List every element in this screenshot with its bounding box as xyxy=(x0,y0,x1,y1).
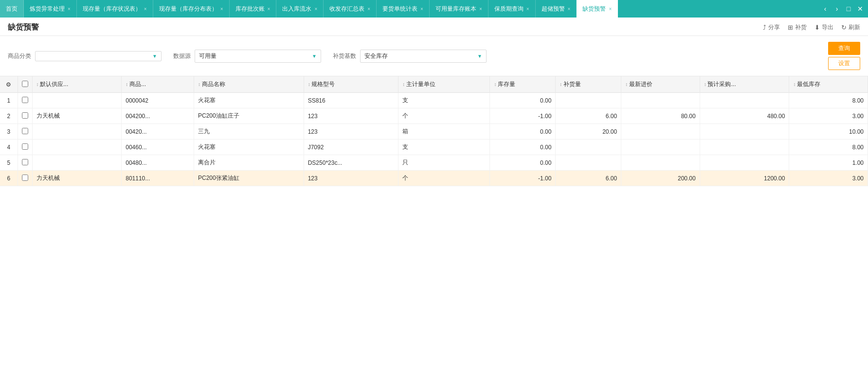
tab-scroll-right[interactable]: › xyxy=(831,3,843,15)
table-row: 3 00420... 三九 123 箱 0.00 20.00 10.00 xyxy=(0,124,868,140)
tab-close-all[interactable]: ✕ xyxy=(854,3,866,15)
row-checkbox[interactable] xyxy=(22,97,28,103)
td-replenish-qty xyxy=(556,93,621,108)
td-product-code: 801110... xyxy=(122,171,194,186)
tab-home[interactable]: 首页 xyxy=(0,0,24,18)
th-unit[interactable]: 主计量单位 xyxy=(398,76,490,93)
close-tab-inout-flow[interactable]: × xyxy=(314,6,317,12)
replenish-base-filter: 补货基数 安全库存 ▼ xyxy=(333,50,487,63)
query-button[interactable]: 查询 xyxy=(828,42,860,55)
tab-nav-controls: ‹ › □ ✕ xyxy=(817,3,868,15)
tab-stock-dist[interactable]: 现存量（库存分布表） × xyxy=(153,0,230,18)
td-product-code: 00480... xyxy=(122,155,194,171)
td-min-stock: 10.00 xyxy=(789,124,868,140)
close-tab-collect-sum[interactable]: × xyxy=(367,6,370,12)
tab-shortage[interactable]: 缺货预警 × xyxy=(577,0,618,18)
td-checkbox[interactable] xyxy=(18,155,32,171)
data-source-value: 可用量 xyxy=(199,52,217,60)
tab-abnormal[interactable]: 炼货异常处理 × xyxy=(24,0,77,18)
tab-collect-sum[interactable]: 收发存汇总表 × xyxy=(324,0,377,18)
close-tab-expiry-query[interactable]: × xyxy=(526,6,529,12)
td-stock-qty: 0.00 xyxy=(490,155,556,171)
td-row-no: 3 xyxy=(0,124,18,140)
replenish-base-select[interactable]: 安全库存 ▼ xyxy=(360,50,487,63)
close-tab-stock-dist[interactable]: × xyxy=(220,6,223,12)
row-checkbox[interactable] xyxy=(22,175,28,181)
replenish-button[interactable]: ⊞ 补货 xyxy=(788,23,807,32)
tab-overstock[interactable]: 超储预警 × xyxy=(536,0,577,18)
td-default-supplier xyxy=(32,140,122,155)
page-header: 缺货预警 ⤴ 分享 ⊞ 补货 ⬇ 导出 ↻ 刷新 xyxy=(0,18,868,36)
th-latest-price[interactable]: 最新进价 xyxy=(621,76,700,93)
tab-batch-account[interactable]: 库存批次账 × xyxy=(230,0,277,18)
th-min-stock[interactable]: 最低库存 xyxy=(789,76,868,93)
th-default-supplier[interactable]: 默认供应... xyxy=(32,76,122,93)
td-default-supplier xyxy=(32,124,122,140)
td-product-name: 三九 xyxy=(194,124,304,140)
setting-button[interactable]: 设置 xyxy=(828,57,860,70)
tab-avail-ledger[interactable]: 可用量库存账本 × xyxy=(430,0,488,18)
close-tab-avail-ledger[interactable]: × xyxy=(479,6,482,12)
close-tab-shortage[interactable]: × xyxy=(609,6,612,12)
data-source-select[interactable]: 可用量 ▼ xyxy=(195,50,321,63)
row-checkbox[interactable] xyxy=(22,128,28,134)
th-spec[interactable]: 规格型号 xyxy=(304,76,398,93)
row-checkbox[interactable] xyxy=(22,159,28,165)
data-table: ⚙ 默认供应... 商品... 商品名称 规格型号 xyxy=(0,76,868,186)
tab-stock-status[interactable]: 现存量（库存状况表） × xyxy=(77,0,153,18)
td-default-supplier xyxy=(32,93,122,108)
td-checkbox[interactable] xyxy=(18,108,32,124)
td-row-no: 4 xyxy=(0,140,18,155)
export-icon: ⬇ xyxy=(814,24,820,31)
td-checkbox[interactable] xyxy=(18,124,32,140)
th-product-code[interactable]: 商品... xyxy=(122,76,194,93)
th-product-name[interactable]: 商品名称 xyxy=(194,76,304,93)
td-checkbox[interactable] xyxy=(18,140,32,155)
close-tab-overstock[interactable]: × xyxy=(568,6,571,12)
row-checkbox[interactable] xyxy=(22,112,28,119)
td-est-purchase: 1200.00 xyxy=(700,171,789,186)
tab-maximize[interactable]: □ xyxy=(843,3,854,15)
close-tab-batch-account[interactable]: × xyxy=(268,6,271,12)
th-checkbox[interactable] xyxy=(18,76,32,93)
td-unit: 箱 xyxy=(398,124,490,140)
td-unit: 只 xyxy=(398,155,490,171)
share-button[interactable]: ⤴ 分享 xyxy=(763,23,780,32)
th-est-purchase[interactable]: 预计采购... xyxy=(700,76,789,93)
product-category-select[interactable]: ▼ xyxy=(35,51,162,61)
close-tab-order-stats[interactable]: × xyxy=(420,6,423,12)
product-category-filter: 商品分类 ▼ xyxy=(8,51,162,61)
td-row-no: 6 xyxy=(0,171,18,186)
td-row-no: 2 xyxy=(0,108,18,124)
td-checkbox[interactable] xyxy=(18,93,32,108)
share-icon: ⤴ xyxy=(763,24,766,31)
th-stock-qty[interactable]: 库存量 xyxy=(490,76,556,93)
close-tab-abnormal[interactable]: × xyxy=(68,6,71,12)
data-source-filter: 数据源 可用量 ▼ xyxy=(173,50,321,63)
table-body: 1 0000042 火花塞 SS816 支 0.00 8.00 2 力天机械 0… xyxy=(0,93,868,186)
replenish-icon: ⊞ xyxy=(788,24,793,31)
refresh-button[interactable]: ↻ 刷新 xyxy=(841,23,860,32)
td-replenish-qty: 6.00 xyxy=(556,108,621,124)
td-product-code: 00460... xyxy=(122,140,194,155)
td-est-purchase xyxy=(700,140,789,155)
table-row: 6 力天机械 801110... PC200张紧油缸 123 个 -1.00 6… xyxy=(0,171,868,186)
tab-inout-flow[interactable]: 出入库流水 × xyxy=(276,0,324,18)
td-replenish-qty: 6.00 xyxy=(556,171,621,186)
row-checkbox[interactable] xyxy=(22,143,28,150)
td-default-supplier: 力天机械 xyxy=(32,108,122,124)
td-latest-price xyxy=(621,155,700,171)
table-container: ⚙ 默认供应... 商品... 商品名称 规格型号 xyxy=(0,76,868,186)
product-category-arrow: ▼ xyxy=(152,53,157,59)
th-setting[interactable]: ⚙ xyxy=(0,76,18,93)
td-est-purchase xyxy=(700,155,789,171)
tab-order-stats[interactable]: 要货单统计表 × xyxy=(377,0,430,18)
select-all-checkbox[interactable] xyxy=(22,81,28,87)
close-tab-stock-status[interactable]: × xyxy=(144,6,147,12)
th-replenish-qty[interactable]: 补货量 xyxy=(556,76,621,93)
td-checkbox[interactable] xyxy=(18,171,32,186)
tab-expiry-query[interactable]: 保质期查询 × xyxy=(488,0,536,18)
td-spec: 123 xyxy=(304,124,398,140)
export-button[interactable]: ⬇ 导出 xyxy=(814,23,833,32)
tab-scroll-left[interactable]: ‹ xyxy=(819,3,831,15)
